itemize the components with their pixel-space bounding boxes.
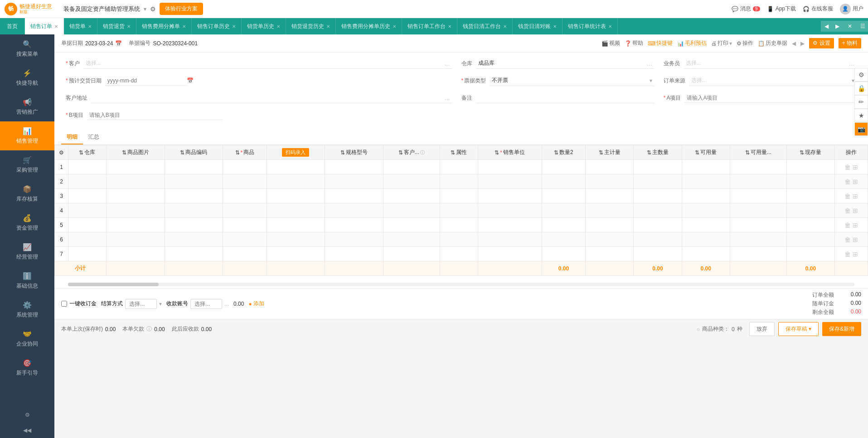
sidebar-item-quicknav[interactable]: ⚡ 快捷导航 <box>0 63 54 92</box>
sort-prod-icon[interactable]: ⇅ <box>235 149 240 156</box>
sort-cust-icon[interactable]: ⇅ <box>398 149 403 156</box>
row-main-qty[interactable] <box>634 174 682 189</box>
row-spec[interactable] <box>325 203 383 218</box>
sort-spec-icon[interactable]: ⇅ <box>340 149 345 156</box>
row-qty2[interactable] <box>542 160 585 174</box>
checkout-method-input[interactable] <box>125 299 157 309</box>
sidebar-item-baseinfo[interactable]: ℹ️ 基础信息 <box>0 266 54 295</box>
row-customer[interactable] <box>383 174 440 189</box>
row-warehouse[interactable] <box>68 247 107 261</box>
row-product-img[interactable] <box>106 203 165 218</box>
row-stock[interactable] <box>786 247 834 261</box>
row-stock[interactable] <box>786 218 834 232</box>
row-main-qty[interactable] <box>634 247 682 261</box>
salesperson-dots[interactable]: ... <box>849 60 854 67</box>
invoice-select[interactable]: 不开票 ▾ <box>490 75 655 86</box>
row-warehouse[interactable] <box>68 218 107 232</box>
row-product-code[interactable] <box>165 247 223 261</box>
row-unit[interactable] <box>478 218 542 232</box>
date-picker-icon[interactable]: 📅 <box>115 40 122 47</box>
sort-code-icon[interactable]: ⇅ <box>180 149 184 156</box>
row-attribute[interactable] <box>440 174 478 189</box>
tab-daily-workbench[interactable]: 钱货日清工作台 ✕ <box>457 18 513 34</box>
tab-sales-return[interactable]: 销货退货 ✕ <box>97 18 136 34</box>
remark-input[interactable] <box>476 92 655 103</box>
row-qty2[interactable] <box>542 232 585 247</box>
panel-settings-btn[interactable]: ⚙ <box>854 68 868 82</box>
copy-icon[interactable]: ⊞ <box>853 193 858 200</box>
row-unit[interactable] <box>478 247 542 261</box>
row-available2[interactable] <box>730 247 786 261</box>
help-btn[interactable]: ❓ 帮助 <box>625 39 643 47</box>
row-main-unit[interactable] <box>586 174 634 189</box>
row-product[interactable] <box>223 232 267 247</box>
row-product-img[interactable] <box>106 218 165 232</box>
row-product[interactable] <box>223 189 267 203</box>
row-product[interactable] <box>223 174 267 189</box>
online-service-button[interactable]: 🎧 在线客服 <box>803 5 833 13</box>
sidebar-collapse-btn[interactable]: ⚙ <box>0 407 54 423</box>
row-warehouse[interactable] <box>68 160 107 174</box>
row-spec[interactable] <box>325 218 383 232</box>
tab-sales-invoice[interactable]: 销货单 ✕ <box>64 18 97 34</box>
add-material-btn[interactable]: + 物料 <box>839 38 861 48</box>
row-attribute[interactable] <box>440 203 478 218</box>
profit-btn[interactable]: 📊 毛利预估 <box>677 39 707 47</box>
row-available2[interactable] <box>730 189 786 203</box>
operation-btn[interactable]: ⚙ 操作 <box>737 39 753 47</box>
row-qty2[interactable] <box>542 189 585 203</box>
tab-order-history[interactable]: 销售订单历史 ✕ <box>192 18 242 34</box>
tab-detail[interactable]: 明细 <box>61 130 83 144</box>
row-warehouse[interactable] <box>68 174 107 189</box>
sidebar-item-inventory[interactable]: 📦 库存核算 <box>0 179 54 208</box>
row-product-code[interactable] <box>165 174 223 189</box>
shortcut-btn[interactable]: ⌨ 快捷键 <box>648 39 673 47</box>
settings-btn[interactable]: ⚙ 设置 <box>809 38 834 48</box>
row-available[interactable] <box>682 203 730 218</box>
discard-btn[interactable]: 放弃 <box>749 322 775 336</box>
sidebar-toggle-btn[interactable]: ◀◀ <box>0 423 54 438</box>
row-available2[interactable] <box>730 203 786 218</box>
copy-icon[interactable]: ⊞ <box>853 207 858 214</box>
nav-prev[interactable]: ◀ <box>821 21 832 32</box>
row-available2[interactable] <box>730 232 786 247</box>
history-btn[interactable]: 📋 历史单据 <box>758 39 787 47</box>
row-attribute[interactable] <box>440 160 478 174</box>
row-main-qty[interactable] <box>634 232 682 247</box>
row-product-img[interactable] <box>106 160 165 174</box>
panel-edit-btn[interactable]: ✏ <box>854 95 868 109</box>
row-product-code[interactable] <box>165 189 223 203</box>
row-main-qty[interactable] <box>634 160 682 174</box>
row-product[interactable] <box>223 203 267 218</box>
gear-icon[interactable]: ⚙ <box>150 5 156 13</box>
tab-invoice-history[interactable]: 销货单历史 ✕ <box>242 18 286 34</box>
add-payment-btn[interactable]: ● 添加 <box>248 300 264 308</box>
row-main-unit[interactable] <box>586 247 634 261</box>
row-attribute[interactable] <box>440 218 478 232</box>
row-qty2[interactable] <box>542 203 585 218</box>
warehouse-input[interactable]: 成品库 ... <box>476 58 655 69</box>
row-product[interactable] <box>223 247 267 261</box>
row-qty2[interactable] <box>542 247 585 261</box>
row-available2[interactable] <box>730 160 786 174</box>
row-product-img[interactable] <box>106 189 165 203</box>
scrollbar-thumb[interactable] <box>68 283 159 286</box>
row-product-img[interactable] <box>106 247 165 261</box>
checkout-dropdown[interactable]: ▾ <box>159 301 162 307</box>
delivery-date-input[interactable] <box>105 76 187 86</box>
copy-icon[interactable]: ⊞ <box>853 221 858 229</box>
row-product-code[interactable] <box>165 218 223 232</box>
row-main-unit[interactable] <box>586 203 634 218</box>
row-product-code[interactable] <box>165 232 223 247</box>
row-main-unit[interactable] <box>586 189 634 203</box>
tab-summary[interactable]: 汇总 <box>83 130 105 144</box>
sidebar-item-search[interactable]: 🔍 搜索菜单 <box>0 34 54 63</box>
save-draft-btn[interactable]: 保存草稿 ▾ <box>778 322 819 336</box>
tab-return-history[interactable]: 销货退货历史 ✕ <box>286 18 336 34</box>
b-project-input[interactable] <box>87 111 223 120</box>
row-unit[interactable] <box>478 232 542 247</box>
row-available2[interactable] <box>730 174 786 189</box>
row-main-qty[interactable] <box>634 203 682 218</box>
nav-menu[interactable]: ☰ <box>857 21 868 32</box>
invoice-dropdown-icon[interactable]: ▾ <box>650 77 652 84</box>
